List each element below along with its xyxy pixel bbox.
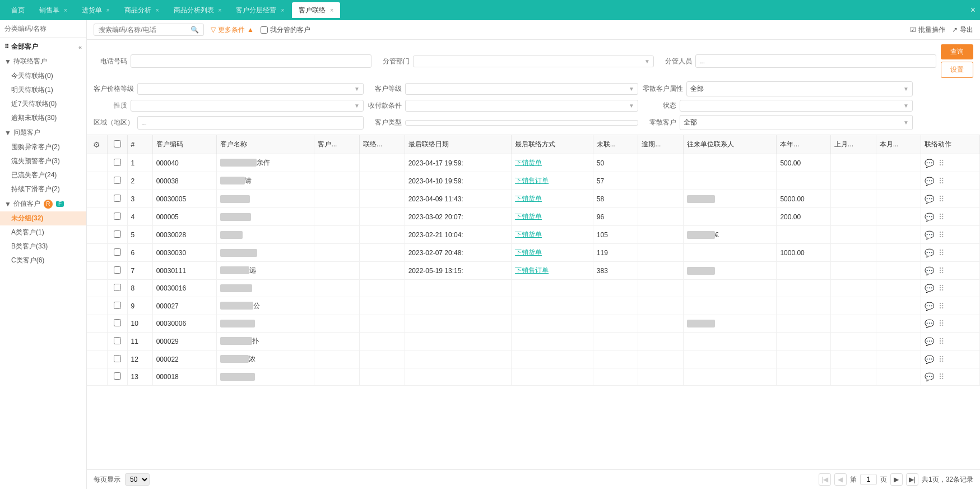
nav-tab-purchase[interactable]: 进货单 × — [75, 2, 117, 18]
more-conditions-btn[interactable]: ▽ 更多条件 ▲ — [211, 25, 254, 35]
per-page-select[interactable]: 50 — [125, 473, 150, 486]
search-input[interactable] — [99, 26, 188, 34]
adv-region-select[interactable]: ... — [137, 116, 364, 130]
row-checkbox-cell[interactable] — [107, 350, 127, 368]
row-checkbox[interactable] — [114, 195, 121, 202]
row-checkbox-cell[interactable] — [107, 172, 127, 190]
row-checkbox[interactable] — [114, 284, 121, 291]
sidebar-item-c-class[interactable]: C类客户(6) — [0, 253, 86, 267]
sidebar-item-abnormal[interactable]: 囤购异常客户(2) — [0, 140, 86, 154]
more-actions-icon[interactable]: ⠿ — [939, 248, 944, 257]
row-checkbox[interactable] — [114, 266, 121, 274]
export-btn[interactable]: ↗ 导出 — [952, 25, 973, 35]
nav-tab-purchase-close[interactable]: × — [106, 7, 110, 13]
bulk-ops-btn[interactable]: ☑ 批量操作 — [910, 25, 945, 35]
sidebar-item-tomorrow[interactable]: 明天待联络(1) — [0, 83, 86, 97]
contact-icon[interactable]: 💬 — [925, 355, 934, 364]
more-actions-icon[interactable]: ⠿ — [939, 213, 944, 222]
row-checkbox[interactable] — [114, 177, 121, 184]
more-actions-icon[interactable]: ⠿ — [939, 177, 944, 186]
sidebar-search-input[interactable] — [4, 25, 87, 33]
nav-tab-analysis[interactable]: 商品分析 × — [118, 2, 166, 18]
nav-tab-analysis-list-close[interactable]: × — [219, 7, 222, 13]
adv-status-select[interactable]: ▼ — [680, 100, 913, 112]
nav-tab-analysis-list[interactable]: 商品分析列表 × — [167, 2, 229, 18]
more-actions-icon[interactable]: ⠿ — [939, 337, 944, 346]
my-customers-checkbox-area[interactable]: 我分管的客户 — [261, 25, 310, 35]
contact-icon[interactable]: 💬 — [925, 284, 934, 293]
nav-tab-customer-contact[interactable]: 客户联络 × — [292, 2, 340, 18]
contact-icon[interactable]: 💬 — [925, 337, 934, 346]
adv-dept-select[interactable]: ▼ — [413, 56, 654, 67]
adv-nature-select[interactable]: ▼ — [131, 100, 364, 112]
nav-tab-customer-layer-close[interactable]: × — [281, 7, 284, 13]
row-checkbox-cell[interactable] — [107, 297, 127, 315]
more-actions-icon[interactable]: ⠿ — [939, 372, 944, 381]
sidebar-section-problem[interactable]: ▼ 问题客户 — [0, 125, 86, 140]
contact-icon[interactable]: 💬 — [925, 195, 934, 204]
contact-icon[interactable]: 💬 — [925, 372, 934, 381]
row-checkbox-cell[interactable] — [107, 280, 127, 297]
more-actions-icon[interactable]: ⠿ — [939, 319, 944, 328]
row-checkbox[interactable] — [114, 319, 121, 326]
row-last-contact-method[interactable]: 下销货单 — [515, 230, 542, 238]
select-all-checkbox[interactable] — [114, 140, 121, 147]
contact-icon[interactable]: 💬 — [925, 266, 934, 275]
row-checkbox-cell[interactable] — [107, 262, 127, 280]
prev-page-btn[interactable]: ◀ — [834, 473, 847, 486]
row-last-contact-method[interactable]: 下销货单 — [515, 159, 542, 167]
row-checkbox-cell[interactable] — [107, 226, 127, 244]
sidebar-item-b-class[interactable]: B类客户(33) — [0, 239, 86, 253]
nav-tab-customer-contact-close[interactable]: × — [330, 7, 333, 13]
nav-tab-home[interactable]: 首页 — [4, 2, 31, 18]
row-last-contact-method[interactable]: 下销货单 — [515, 195, 542, 202]
nav-tab-sales-close[interactable]: × — [64, 7, 67, 13]
adv-price-level-select[interactable]: ▼ — [137, 83, 364, 95]
search-icon[interactable]: 🔍 — [191, 26, 199, 34]
last-page-btn[interactable]: ▶| — [906, 473, 918, 486]
sidebar-section-value[interactable]: ▼ 价值客户 R F — [0, 196, 86, 211]
reset-button[interactable]: 设置 — [941, 62, 973, 78]
all-customers-label[interactable]: 全部客户 — [11, 42, 38, 52]
row-checkbox-cell[interactable] — [107, 154, 127, 172]
first-page-btn[interactable]: |◀ — [819, 473, 831, 486]
row-checkbox-cell[interactable] — [107, 190, 127, 208]
row-checkbox[interactable] — [114, 372, 121, 380]
settings-col-header[interactable]: ⚙ — [87, 135, 107, 154]
my-customers-checkbox[interactable] — [261, 26, 268, 34]
nav-tab-sales[interactable]: 销售单 × — [32, 2, 74, 18]
more-actions-icon[interactable]: ⠿ — [939, 355, 944, 364]
row-checkbox-cell[interactable] — [107, 333, 127, 350]
nav-tab-customer-layer[interactable]: 客户分层经营 × — [229, 2, 291, 18]
row-checkbox[interactable] — [114, 213, 121, 220]
row-last-contact-method[interactable]: 下销售订单 — [515, 266, 549, 274]
settings-icon[interactable]: ⚙ — [93, 140, 100, 149]
nav-tab-analysis-close[interactable]: × — [156, 7, 159, 13]
row-checkbox[interactable] — [114, 302, 121, 309]
sidebar-item-ungroup[interactable]: 未分组(32) — [0, 211, 86, 225]
sidebar-item-declining[interactable]: 持续下滑客户(2) — [0, 182, 86, 196]
more-actions-icon[interactable]: ⠿ — [939, 159, 944, 168]
adv-person-select[interactable]: ... — [695, 54, 936, 68]
row-last-contact-method[interactable]: 下销货单 — [515, 248, 542, 256]
row-checkbox[interactable] — [114, 355, 121, 362]
row-checkbox[interactable] — [114, 248, 121, 256]
sidebar-collapse-btn[interactable]: « — [78, 44, 82, 50]
window-close-icon[interactable]: × — [970, 5, 976, 15]
row-checkbox[interactable] — [114, 230, 121, 238]
contact-icon[interactable]: 💬 — [925, 159, 934, 168]
adv-scatter-attr-select[interactable]: 全部 ▼ — [686, 81, 913, 96]
more-actions-icon[interactable]: ⠿ — [939, 195, 944, 204]
row-checkbox-cell[interactable] — [107, 208, 127, 226]
adv-retail-select[interactable]: 全部 ▼ — [680, 115, 913, 130]
row-checkbox[interactable] — [114, 159, 121, 166]
contact-icon[interactable]: 💬 — [925, 230, 934, 239]
contact-icon[interactable]: 💬 — [925, 319, 934, 328]
query-button[interactable]: 查询 — [941, 44, 973, 59]
row-last-contact-method[interactable]: 下销售订单 — [515, 177, 549, 184]
contact-icon[interactable]: 💬 — [925, 213, 934, 222]
sidebar-item-today[interactable]: 今天待联络(0) — [0, 69, 86, 83]
sidebar-item-churned[interactable]: 已流失客户(24) — [0, 168, 86, 182]
more-actions-icon[interactable]: ⠿ — [939, 284, 944, 293]
adv-phone-input[interactable] — [131, 54, 371, 68]
